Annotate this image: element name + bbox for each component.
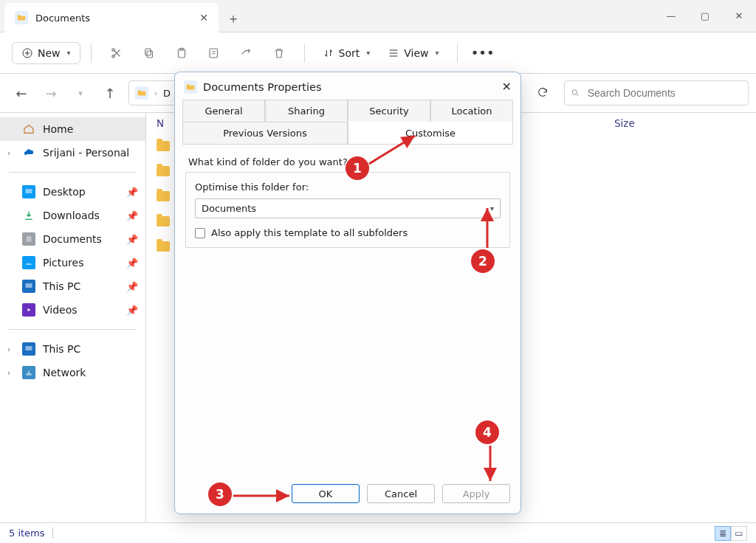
tab-sharing[interactable]: Sharing <box>265 100 348 122</box>
chevron-down-icon: ▾ <box>366 49 370 57</box>
optimise-label: Optimise this folder for: <box>195 181 501 193</box>
sidebar-item-network[interactable]: › Network <box>0 361 145 384</box>
tab-title: Documents <box>35 13 90 24</box>
expand-icon[interactable]: › <box>7 369 15 377</box>
sidebar-item-onedrive[interactable]: › Srijani - Personal <box>0 141 145 165</box>
pin-icon: 📌 <box>126 281 138 292</box>
sidebar-item-label: This PC <box>43 280 80 292</box>
search-box[interactable] <box>564 80 749 106</box>
tab-security[interactable]: Security <box>348 100 430 122</box>
plus-circle-icon <box>21 47 33 59</box>
document-icon <box>22 232 35 246</box>
up-button[interactable]: ↑ <box>99 86 121 101</box>
delete-button[interactable] <box>264 38 294 68</box>
minimize-button[interactable]: — <box>654 0 688 32</box>
cloud-icon <box>22 146 35 159</box>
sidebar-item-downloads[interactable]: Downloads 📌 <box>0 204 145 227</box>
expand-icon[interactable]: › <box>7 345 15 353</box>
close-dialog-button[interactable]: ✕ <box>502 80 512 94</box>
tab-previous-versions[interactable]: Previous Versions <box>182 122 348 145</box>
sidebar-item-home[interactable]: Home <box>0 117 145 141</box>
maximize-button[interactable]: ▢ <box>688 0 722 32</box>
svg-rect-9 <box>26 189 32 193</box>
recent-button[interactable]: ▾ <box>69 89 92 98</box>
folder-icon <box>157 216 170 226</box>
svg-rect-3 <box>147 51 153 58</box>
view-label: View <box>404 47 428 59</box>
rename-button[interactable] <box>199 38 229 68</box>
close-window-button[interactable]: ✕ <box>722 0 756 32</box>
documents-folder-icon <box>15 11 28 24</box>
folder-kind-group: Optimise this folder for: Documents ▾ Al… <box>185 172 510 248</box>
folder-icon <box>157 166 170 176</box>
tab-location[interactable]: Location <box>430 100 513 122</box>
sidebar-item-documents[interactable]: Documents 📌 <box>0 227 145 251</box>
optimise-select[interactable]: Documents ▾ <box>195 198 501 218</box>
expand-icon[interactable]: › <box>7 149 15 157</box>
chevron-right-icon: › <box>154 89 157 97</box>
separator <box>9 172 137 173</box>
cut-button[interactable] <box>102 38 131 68</box>
download-icon <box>22 209 35 222</box>
column-size[interactable]: Size <box>614 117 703 129</box>
sidebar-item-label: Home <box>43 123 73 135</box>
sidebar-item-label: This PC <box>43 343 80 355</box>
ok-button[interactable]: OK <box>292 484 360 503</box>
sidebar-item-thispc-pinned[interactable]: This PC 📌 <box>0 274 145 298</box>
copy-button[interactable] <box>134 38 164 68</box>
search-input[interactable] <box>586 86 742 100</box>
window-tab[interactable]: Documents ✕ <box>4 3 219 32</box>
annotation-badge-4: 4 <box>475 421 499 444</box>
pin-icon: 📌 <box>126 187 138 198</box>
dialog-body: What kind of folder do you want? Optimis… <box>175 145 520 477</box>
annotation-badge-3: 3 <box>208 483 232 506</box>
dialog-title: Documents Properties <box>203 81 322 93</box>
close-tab-icon[interactable]: ✕ <box>199 12 208 24</box>
pin-icon: 📌 <box>126 234 138 245</box>
separator <box>9 329 137 330</box>
dialog-titlebar[interactable]: Documents Properties ✕ <box>175 72 520 100</box>
tiles-view-button[interactable]: ▭ <box>731 526 747 541</box>
sidebar-item-desktop[interactable]: Desktop 📌 <box>0 180 145 204</box>
breadcrumb[interactable]: D <box>163 88 171 99</box>
folder-icon <box>157 241 170 252</box>
annotation-badge-1: 1 <box>346 156 369 180</box>
paste-button[interactable] <box>167 38 196 68</box>
monitor-icon <box>22 280 35 293</box>
dialog-tabs: General Sharing Security Location Previo… <box>175 100 520 145</box>
desktop-icon <box>22 185 35 198</box>
sidebar-item-thispc[interactable]: › This PC <box>0 337 145 361</box>
pin-icon: 📌 <box>126 257 138 269</box>
window-controls: — ▢ ✕ <box>654 0 756 32</box>
back-button[interactable]: ← <box>10 86 32 101</box>
svg-rect-4 <box>145 49 151 55</box>
also-apply-checkbox[interactable]: Also apply this template to all subfolde… <box>195 227 501 238</box>
sidebar-item-pictures[interactable]: Pictures 📌 <box>0 251 145 274</box>
chevron-down-icon: ▾ <box>436 49 439 57</box>
svg-point-8 <box>572 90 577 94</box>
share-button[interactable] <box>232 38 261 68</box>
separator <box>457 44 458 63</box>
svg-rect-10 <box>27 236 32 242</box>
tab-general[interactable]: General <box>182 100 265 122</box>
refresh-button[interactable] <box>529 86 557 100</box>
cancel-button[interactable]: Cancel <box>367 484 435 503</box>
new-button[interactable]: New ▾ <box>12 42 80 64</box>
command-toolbar: New ▾ Sort ▾ View ▾ ••• <box>0 32 756 74</box>
pin-icon: 📌 <box>126 210 138 221</box>
new-tab-button[interactable]: ＋ <box>219 4 248 32</box>
tab-customise[interactable]: Customise <box>348 122 513 145</box>
sidebar-item-videos[interactable]: Videos 📌 <box>0 298 145 322</box>
view-button[interactable]: View ▾ <box>380 43 446 63</box>
sidebar-item-label: Documents <box>43 233 102 245</box>
navigation-pane: Home › Srijani - Personal Desktop 📌 Down… <box>0 113 146 522</box>
more-button[interactable]: ••• <box>468 38 498 68</box>
sort-button[interactable]: Sort ▾ <box>315 43 378 63</box>
documents-folder-icon <box>135 86 148 100</box>
video-icon <box>22 303 35 317</box>
details-view-button[interactable]: ≣ <box>715 526 731 541</box>
apply-button[interactable]: Apply <box>442 484 510 503</box>
forward-button[interactable]: → <box>40 86 62 101</box>
svg-rect-11 <box>26 283 32 288</box>
svg-rect-12 <box>26 346 32 350</box>
